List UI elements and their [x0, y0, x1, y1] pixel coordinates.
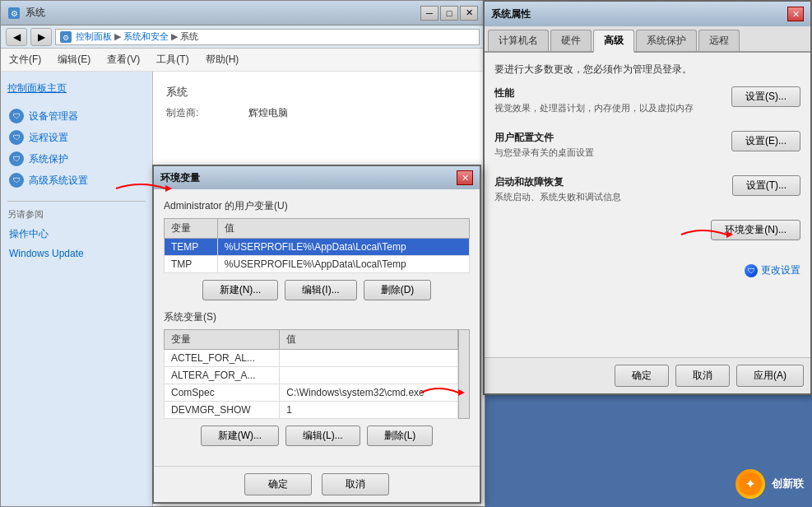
- envvar-close-btn[interactable]: ✕: [457, 170, 473, 185]
- shield-icon-1: 🛡: [9, 109, 24, 123]
- sidebar-item-windows-update[interactable]: Windows Update: [7, 244, 146, 263]
- toolbar-tools[interactable]: 工具(T): [153, 51, 192, 68]
- tab-computer-name[interactable]: 计算机名: [488, 30, 549, 51]
- envvar-sys-row-2[interactable]: ComSpec C:\Windows\system32\cmd.exe: [165, 384, 458, 402]
- sp-userprofile-btn[interactable]: 设置(E)...: [731, 131, 800, 151]
- sysprop-window: 系统属性 ✕ 计算机名 硬件 高级 系统保护 远程 要进行大多数更改，您必须作为…: [483, 0, 812, 395]
- envvar-sys-delete-btn[interactable]: 删除(L): [367, 426, 434, 446]
- cp-minimize-btn[interactable]: ─: [420, 6, 438, 21]
- sys-table-wrapper: 变量 值 ACTEL_FOR_AL... ALTERA_FOR_A... Com…: [164, 329, 470, 419]
- sysprop-content: 要进行大多数更改，您必须作为管理员登录。 设置(S)... 性能 视觉效果，处理…: [485, 53, 810, 357]
- shield-icon-3: 🛡: [9, 151, 24, 166]
- envvar-sys-val-0: [280, 350, 458, 367]
- sidebar-main-link[interactable]: 控制面板主页: [7, 78, 146, 99]
- sidebar-label-protection: 系统保护: [29, 152, 68, 166]
- sidebar-bottom: 另请参阅 操作中心 Windows Update: [7, 208, 146, 263]
- tab-system-protection[interactable]: 系统保护: [636, 30, 697, 51]
- envvar-user-new-btn[interactable]: 新建(N)...: [202, 280, 279, 300]
- envvar-footer: 确定 取消: [154, 466, 480, 502]
- envvar-sys-var-0: ACTEL_FOR_AL...: [165, 350, 280, 367]
- sidebar-label-advanced: 高级系统设置: [29, 174, 88, 188]
- envvar-sys-new-btn[interactable]: 新建(W)...: [201, 426, 279, 446]
- envvar-user-row-tmp[interactable]: TMP %USERPROFILE%\AppData\Local\Temp: [165, 256, 470, 273]
- envvar-user-val-tmp: %USERPROFILE%\AppData\Local\Temp: [217, 256, 469, 273]
- envvar-user-col-var: 变量: [165, 219, 218, 239]
- sidebar-label-device: 设备管理器: [29, 109, 78, 123]
- envvar-sys-val-1: [280, 367, 458, 384]
- system-section-title: 系统: [166, 85, 471, 100]
- sysprop-cancel-btn[interactable]: 取消: [675, 365, 730, 387]
- cp-toolbar: 文件(F) 编辑(E) 查看(V) 工具(T) 帮助(H): [1, 49, 485, 72]
- sysprop-close-btn[interactable]: ✕: [787, 7, 804, 21]
- envvar-user-val-temp: %USERPROFILE%\AppData\Local\Temp: [217, 239, 469, 256]
- envvar-ok-btn[interactable]: 确定: [244, 473, 312, 495]
- toolbar-edit[interactable]: 编辑(E): [54, 51, 94, 68]
- envvar-title: 环境变量: [160, 171, 457, 185]
- sp-performance-btn[interactable]: 设置(S)...: [731, 86, 800, 107]
- sysprop-titlebar: 系统属性 ✕: [485, 2, 810, 26]
- nav-path-system: 系统: [180, 30, 198, 43]
- sidebar-item-advanced[interactable]: 🛡 高级系统设置: [7, 170, 146, 191]
- sidebar-item-protection[interactable]: 🛡 系统保护: [7, 148, 146, 170]
- svg-text:✦: ✦: [745, 477, 755, 491]
- sys-scrollbar[interactable]: [458, 329, 470, 419]
- env-var-row: 环境变量(N)...: [494, 220, 800, 240]
- cp-title-buttons: ─ □ ✕: [420, 6, 478, 21]
- envvar-sys-edit-btn[interactable]: 编辑(L)...: [285, 426, 360, 446]
- sidebar-divider: [7, 201, 146, 202]
- sp-startup-btn[interactable]: 设置(T)...: [732, 175, 800, 196]
- nav-path-cp[interactable]: 控制面板: [76, 30, 112, 43]
- envvar-user-col-val: 值: [217, 219, 469, 239]
- envvar-sys-var-3: DEVMGR_SHOW: [165, 402, 280, 419]
- envvar-cancel-btn[interactable]: 取消: [322, 473, 389, 495]
- envvar-dialog: 环境变量 ✕ Administrator 的用户变量(U) 变量 值 TEMP …: [152, 165, 481, 504]
- envvar-titlebar: 环境变量 ✕: [154, 166, 480, 189]
- tab-advanced[interactable]: 高级: [593, 30, 634, 53]
- envvar-user-table: 变量 值 TEMP %USERPROFILE%\AppData\Local\Te…: [164, 218, 470, 273]
- manufacturer-value: 辉煌电脑: [248, 106, 288, 120]
- sidebar-item-device-manager[interactable]: 🛡 设备管理器: [7, 105, 146, 127]
- sidebar-section: 🛡 设备管理器 🛡 远程设置 🛡 系统保护 🛡 高级系统设置: [7, 105, 146, 191]
- change-settings-row: 🛡 更改设置: [494, 257, 800, 277]
- envvar-user-delete-btn[interactable]: 删除(D): [364, 280, 432, 300]
- tab-remote[interactable]: 远程: [698, 30, 740, 51]
- envvar-user-row-temp[interactable]: TEMP %USERPROFILE%\AppData\Local\Temp: [165, 239, 470, 256]
- envvar-user-var-temp: TEMP: [165, 239, 218, 256]
- back-button[interactable]: ◀: [6, 28, 27, 46]
- env-var-btn[interactable]: 环境变量(N)...: [711, 220, 800, 240]
- cp-maximize-btn[interactable]: □: [440, 6, 458, 21]
- logo-icon: ✦: [735, 469, 765, 499]
- envvar-sys-row-3[interactable]: DEVMGR_SHOW 1: [165, 402, 458, 419]
- manufacturer-label: 制造商:: [166, 106, 232, 120]
- toolbar-file[interactable]: 文件(F): [6, 51, 44, 68]
- envvar-body: Administrator 的用户变量(U) 变量 值 TEMP %USERPR…: [154, 189, 480, 466]
- logo-area: ✦ 创新联: [735, 469, 804, 499]
- sysprop-footer: 确定 取消 应用(A): [485, 357, 810, 393]
- change-settings-label: 更改设置: [761, 263, 800, 277]
- nav-path-security[interactable]: 系统和安全: [123, 30, 169, 43]
- svg-text:⚙: ⚙: [11, 9, 18, 18]
- shield-icon-4: 🛡: [9, 173, 24, 188]
- sidebar-item-action-center[interactable]: 操作中心: [7, 224, 146, 244]
- toolbar-view[interactable]: 查看(V): [104, 51, 143, 68]
- envvar-sys-row-0[interactable]: ACTEL_FOR_AL...: [165, 350, 458, 367]
- sp-section-startup: 设置(T)... 启动和故障恢复 系统启动、系统失败和调试信息: [494, 175, 800, 208]
- envvar-user-edit-btn[interactable]: 编辑(I)...: [285, 280, 356, 300]
- sysprop-apply-btn[interactable]: 应用(A): [736, 365, 804, 387]
- change-settings-link[interactable]: 🛡 更改设置: [745, 263, 800, 277]
- sysprop-ok-btn[interactable]: 确定: [615, 365, 669, 387]
- sidebar-item-remote[interactable]: 🛡 远程设置: [7, 127, 146, 148]
- nav-path: ⚙ 控制面板 ▶ 系统和安全 ▶ 系统: [55, 29, 480, 45]
- toolbar-help[interactable]: 帮助(H): [202, 51, 243, 68]
- cp-close-btn[interactable]: ✕: [460, 6, 478, 21]
- forward-button[interactable]: ▶: [30, 28, 52, 46]
- shield-icon-2: 🛡: [9, 130, 24, 145]
- envvar-sys-col-val: 值: [280, 330, 458, 350]
- sysprop-tabs: 计算机名 硬件 高级 系统保护 远程: [485, 26, 810, 53]
- cp-titlebar: ⚙ 系统 ─ □ ✕: [1, 1, 485, 26]
- envvar-sys-val-3: 1: [280, 402, 458, 419]
- envvar-sys-title: 系统变量(S): [164, 310, 470, 324]
- envvar-sys-row-1[interactable]: ALTERA_FOR_A...: [165, 367, 458, 384]
- envvar-sys-col-var: 变量: [165, 330, 280, 350]
- tab-hardware[interactable]: 硬件: [550, 30, 592, 51]
